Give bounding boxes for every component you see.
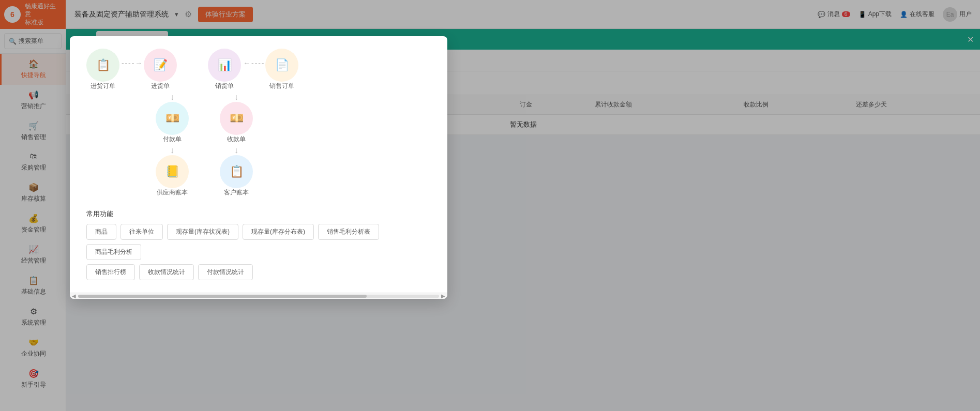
arrow-sb-receipt: ↓ — [220, 93, 253, 102]
arrow-pb-payment: ↓ — [156, 93, 189, 102]
func-buttons-row2: 销售排行榜 收款情况统计 付款情况统计 — [86, 264, 431, 280]
scrollbar-track[interactable] — [78, 295, 439, 298]
common-functions-title: 常用功能 — [86, 209, 431, 219]
modal-box: 📋 进货订单 - - - - → 📝 进货单 📊 销货单 — [70, 36, 447, 299]
arrow-po-pb: - - - - → — [119, 59, 144, 67]
func-btn-payment-stats[interactable]: 付款情况统计 — [198, 264, 253, 280]
purchase-bill-icon: 📝 — [144, 49, 177, 82]
func-btn-stock-status[interactable]: 现存量(库存状况表) — [167, 224, 238, 240]
scrollbar-thumb — [78, 295, 367, 298]
arrow-payment-supplier: ↓ — [156, 146, 189, 155]
scroll-left-icon[interactable]: ◀ — [72, 293, 76, 299]
func-buttons-row1: 商品 往来单位 现存量(库存状况表) 现存量(库存分布表) 销售毛利分析表 商品… — [86, 224, 431, 260]
modal-scrollbar: ◀ ▶ — [70, 293, 447, 299]
purchase-bill-label: 进货单 — [151, 82, 170, 90]
func-btn-sales-profit[interactable]: 销售毛利分析表 — [318, 224, 379, 240]
receipt-bill-label: 收款单 — [227, 135, 246, 144]
modal-content: 📋 进货订单 - - - - → 📝 进货单 📊 销货单 — [70, 36, 447, 293]
sales-bill-icon: 📊 — [208, 49, 241, 82]
func-btn-receipt-stats[interactable]: 收款情况统计 — [139, 264, 194, 280]
payment-bill-icon: 💴 — [156, 102, 189, 135]
arrow-receipt-customer: ↓ — [220, 146, 253, 155]
receipt-bill-col: ↓ 💴 收款单 — [220, 93, 253, 144]
func-btn-counterpart[interactable]: 往来单位 — [120, 224, 163, 240]
sales-order-node: 📄 销售订单 — [265, 49, 298, 90]
payment-bill-col: ↓ 💴 付款单 — [156, 93, 189, 144]
common-functions-section: 常用功能 商品 往来单位 现存量(库存状况表) 现存量(库存分布表) 销售毛利分… — [86, 209, 431, 280]
sales-bill-node: 📊 销货单 — [208, 49, 241, 90]
supplier-ledger-icon: 📒 — [156, 155, 189, 188]
customer-ledger-label: 客户账本 — [224, 188, 249, 197]
purchase-order-label: 进货订单 — [91, 82, 115, 90]
sales-bill-label: 销货单 — [215, 82, 234, 90]
scroll-right-icon[interactable]: ▶ — [441, 293, 445, 299]
supplier-ledger-label: 供应商账本 — [157, 188, 188, 197]
sales-order-label: 销售订单 — [269, 82, 294, 90]
sales-order-icon: 📄 — [265, 49, 298, 82]
receipt-bill-icon: 💴 — [220, 102, 253, 135]
supplier-ledger-col: ↓ 📒 供应商账本 — [156, 146, 189, 197]
purchase-order-icon: 📋 — [86, 49, 119, 82]
payment-bill-label: 付款单 — [163, 135, 182, 144]
func-btn-stock-dist[interactable]: 现存量(库存分布表) — [243, 224, 314, 240]
func-btn-product[interactable]: 商品 — [86, 224, 116, 240]
flow-chart-section: 📋 进货订单 - - - - → 📝 进货单 📊 销货单 — [86, 49, 431, 197]
customer-ledger-icon: 📋 — [220, 155, 253, 188]
arrow-so-sb: ← - - - - — [241, 59, 265, 67]
modal-overlay[interactable]: 📋 进货订单 - - - - → 📝 进货单 📊 销货单 — [0, 0, 980, 411]
purchase-bill-node: 📝 进货单 — [144, 49, 177, 90]
func-btn-product-profit[interactable]: 商品毛利分析 — [86, 244, 141, 260]
purchase-order-node: 📋 进货订单 — [86, 49, 119, 90]
customer-ledger-col: ↓ 📋 客户账本 — [220, 146, 253, 197]
func-btn-sales-rank[interactable]: 销售排行榜 — [86, 264, 135, 280]
